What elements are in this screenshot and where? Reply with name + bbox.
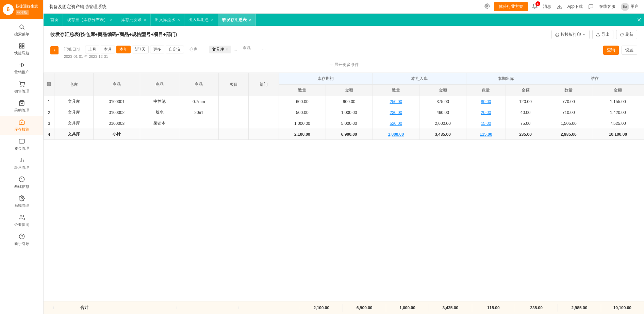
- row-product-name: 采访本: [140, 118, 179, 129]
- close-all-tabs-icon[interactable]: ✕: [637, 17, 641, 23]
- tab-close-icon[interactable]: ✕: [249, 18, 251, 22]
- sidebar-item-purchase[interactable]: 采购管理: [0, 97, 43, 116]
- more-dates-btn[interactable]: 更多: [150, 46, 164, 53]
- warehouse-remove-icon[interactable]: ✕: [226, 48, 228, 51]
- th-period-out: 本期出库: [466, 73, 545, 85]
- sidebar-item-system[interactable]: 系统管理: [0, 192, 43, 211]
- last-7days-btn[interactable]: 近7天: [132, 46, 149, 53]
- row-out-qty[interactable]: 20.00: [466, 107, 506, 118]
- row-project: [218, 118, 249, 129]
- row-in-qty[interactable]: 520.00: [373, 118, 419, 129]
- sidebar-item-basic[interactable]: 基础信息: [0, 173, 43, 192]
- footer-opening-qty: 2,100.00: [300, 304, 343, 312]
- footer-empty4: [238, 307, 300, 309]
- query-btn[interactable]: 查询: [603, 46, 619, 55]
- subtotal-empty3: [218, 129, 249, 140]
- experience-btn[interactable]: 体验行业方案: [494, 2, 528, 11]
- tabbar: 首页 现存量（库存分布表） ✕ 库存批次账 ✕ 出入库流水 ✕ 出入库汇总 ✕ …: [44, 14, 644, 26]
- sidebar-item-marketing[interactable]: 营销推广: [0, 59, 43, 78]
- row-out-amt: 120.00: [506, 96, 545, 107]
- sidebar-item-enterprise[interactable]: 企业协同: [0, 211, 43, 230]
- logo-icon: 6: [3, 4, 14, 15]
- row-opening-qty: 500.00: [279, 107, 326, 118]
- settings-icon[interactable]: [484, 3, 490, 10]
- refresh-btn[interactable]: 刷新: [616, 30, 637, 39]
- warehouse-more-btn[interactable]: ...: [234, 47, 237, 52]
- table-row: 1 文具库 0100001 中性笔 0.7mm 600.00 900.00 25…: [44, 96, 644, 107]
- subtotal-out-qty[interactable]: 115.00: [466, 129, 506, 140]
- row-warehouse: 文具库: [54, 107, 94, 118]
- last-month-btn[interactable]: 上月: [85, 46, 99, 53]
- sidebar-item-guide[interactable]: 新手引导: [0, 230, 43, 249]
- table-row: 2 文具库 0100002 胶水 20ml 500.00 1,000.00 23…: [44, 107, 644, 118]
- service-icon: [588, 4, 594, 10]
- row-out-qty[interactable]: 80.00: [466, 96, 506, 107]
- megaphone-icon: [18, 61, 26, 69]
- settings-btn[interactable]: 设置: [622, 46, 637, 55]
- svg-rect-4: [19, 47, 21, 48]
- logo-tag: 标准版: [16, 10, 29, 15]
- tab-batch[interactable]: 库存批次账 ✕: [117, 14, 151, 26]
- row-out-amt: 75.00: [506, 118, 545, 129]
- svg-point-0: [20, 25, 23, 29]
- row-warehouse: 文具库: [54, 118, 94, 129]
- tab-receipt-summary[interactable]: 收发存汇总表 ✕: [218, 14, 256, 26]
- warehouse-filter: 仓库 文具库 ✕ ...: [189, 46, 237, 53]
- filter-toggle-btn[interactable]: [50, 46, 59, 54]
- subtotal-empty2: [179, 129, 218, 140]
- notifications-badge: 6: [535, 1, 540, 6]
- subtotal-out-amt: 235.00: [506, 129, 545, 140]
- subtotal-in-qty[interactable]: 1,000.00: [373, 129, 419, 140]
- export-btn[interactable]: 导出: [592, 30, 613, 39]
- user-menu[interactable]: Ea 用户: [621, 3, 639, 11]
- row-product-spec: [179, 118, 218, 129]
- topbar: 装备及固定资产辅助管理系统 体验行业方案 6 消息 App下载 在线客服 Ea …: [44, 0, 644, 14]
- th-setting[interactable]: [44, 73, 54, 96]
- tab-label: 收发存汇总表: [222, 17, 247, 23]
- tab-close-icon[interactable]: ✕: [177, 18, 180, 22]
- page-content: 收发存汇总表(按仓库+商品编码+商品+规格型号+项目+部门) 按模板打印 导出 …: [44, 26, 644, 314]
- sidebar-nav: 搜索菜单 快捷导航 营销推广 销售管理 采购管理: [0, 19, 43, 314]
- online-service-label[interactable]: 在线客服: [599, 4, 615, 10]
- th-closing: 结存: [545, 73, 644, 85]
- row-in-qty[interactable]: 230.00: [373, 107, 419, 118]
- tab-inventory-dist[interactable]: 现存量（库存分布表） ✕: [63, 14, 117, 26]
- sidebar-item-label: 快捷导航: [14, 51, 29, 56]
- expand-filter-row: 展开更多条件: [50, 59, 637, 69]
- subtotal-label: 小计: [93, 129, 140, 140]
- footer-empty3: [177, 307, 238, 309]
- notifications-label: 消息: [543, 4, 551, 10]
- expand-icon: [329, 63, 333, 67]
- user-label: 用户: [630, 4, 639, 10]
- tab-label: 现存量（库存分布表）: [67, 17, 108, 23]
- tab-close-icon[interactable]: ✕: [144, 18, 146, 22]
- sidebar-item-label: 企业协同: [14, 222, 29, 227]
- date-range: 2023-01-01 至 2023-12-31: [64, 54, 184, 59]
- row-out-qty[interactable]: 15.00: [466, 118, 506, 129]
- sidebar-item-label: 基础信息: [14, 184, 29, 189]
- tab-close-icon[interactable]: ✕: [110, 18, 113, 22]
- tab-close-icon[interactable]: ✕: [211, 18, 214, 22]
- row-in-qty[interactable]: 250.00: [373, 96, 419, 107]
- app-download-label[interactable]: App下载: [567, 4, 583, 10]
- row-no: 2: [44, 107, 54, 118]
- notifications-btn[interactable]: 6: [532, 3, 538, 10]
- sidebar-item-inventory[interactable]: 库存核算: [0, 116, 43, 135]
- filter-area: 记账日期 上月 本月 本年 近7天 更多 自定义 2023-01-01 至 20…: [44, 42, 644, 73]
- sidebar-item-sales[interactable]: 销售管理: [0, 78, 43, 97]
- custom-date-btn[interactable]: 自定义: [166, 46, 184, 53]
- tab-summary[interactable]: 出入库汇总 ✕: [184, 14, 218, 26]
- this-month-btn[interactable]: 本月: [101, 46, 115, 53]
- expand-btn[interactable]: 展开更多条件: [329, 62, 359, 68]
- product-more-btn[interactable]: ...: [262, 46, 266, 51]
- query-actions: 查询 设置: [603, 46, 637, 55]
- print-btn[interactable]: 按模板打印: [551, 30, 590, 39]
- sidebar-item-quick[interactable]: 快捷导航: [0, 39, 43, 59]
- this-year-btn[interactable]: 本年: [116, 46, 131, 53]
- sidebar-item-finance[interactable]: 资金管理: [0, 135, 43, 154]
- sidebar-item-search[interactable]: 搜索菜单: [0, 20, 43, 39]
- sidebar-item-operation[interactable]: 经营管理: [0, 154, 43, 173]
- tab-home[interactable]: 首页: [46, 14, 63, 26]
- tab-flow[interactable]: 出入库流水 ✕: [151, 14, 184, 26]
- th-warehouse: 仓库: [54, 73, 94, 96]
